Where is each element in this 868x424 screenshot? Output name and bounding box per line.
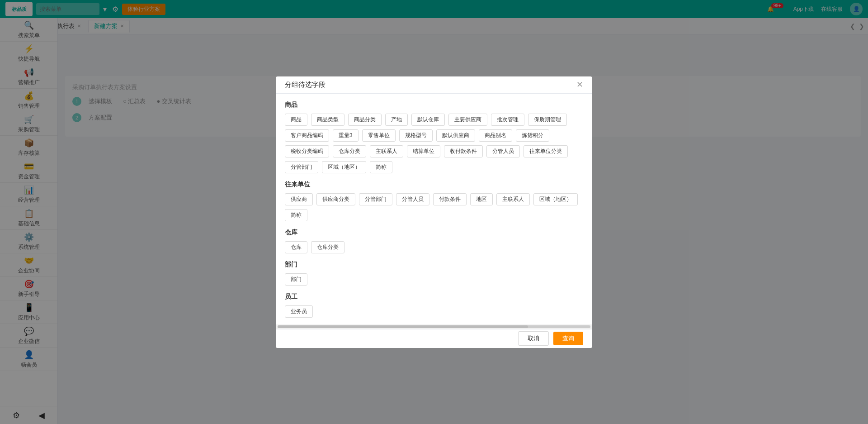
field-points[interactable]: 炼货积分 [516,129,549,142]
field-counterpart-cat[interactable]: 往来单位分类 [524,145,568,157]
cancel-button[interactable]: 取消 [518,331,549,346]
field-supplier[interactable]: 供应商 [285,193,313,205]
field-contact[interactable]: 主联系人 [496,193,530,205]
field-origin[interactable]: 产地 [385,114,408,126]
field-area[interactable]: 地区 [470,193,493,205]
field-abbr2[interactable]: 简称 [285,209,307,221]
section-warehouse-title: 仓库 [285,229,583,237]
field-selection-modal: 分组待选字段 ✕ 商品 商品 商品类型 商品分类 产地 默认仓库 主要供应商 批… [276,76,592,348]
employee-fields: 业务员 [285,305,583,318]
field-retail-unit[interactable]: 零售单位 [362,129,396,142]
department-fields: 部门 [285,273,583,286]
field-default-supplier[interactable]: 默认供应商 [436,129,475,142]
section-employee-title: 员工 [285,293,583,301]
field-wh-cat[interactable]: 仓库分类 [311,241,344,253]
field-manager[interactable]: 分管人员 [486,145,520,157]
section-warehouse: 仓库 仓库 仓库分类 [285,229,583,253]
modal-title: 分组待选字段 [285,81,326,89]
field-weight3[interactable]: 重量3 [333,129,359,142]
field-quality-mgmt[interactable]: 保质期管理 [528,114,567,126]
section-department-title: 部门 [285,261,583,269]
field-product-type[interactable]: 商品类型 [311,114,344,126]
field-region[interactable]: 区域（地区） [322,161,366,173]
modal-close-button[interactable]: ✕ [576,80,583,90]
field-pay-term[interactable]: 付款条件 [433,193,467,205]
field-staff[interactable]: 分管人员 [396,193,429,205]
field-region2[interactable]: 区域（地区） [533,193,578,205]
field-wh[interactable]: 仓库 [285,241,307,253]
confirm-button[interactable]: 查询 [553,332,583,345]
field-product-category[interactable]: 商品分类 [348,114,382,126]
section-product: 商品 商品 商品类型 商品分类 产地 默认仓库 主要供应商 批次管理 保质期管理… [285,101,583,173]
field-dept[interactable]: 分管部门 [359,193,392,205]
field-customer-code[interactable]: 客户商品编码 [285,129,329,142]
field-main-contact[interactable]: 主联系人 [370,145,403,157]
field-product-alias[interactable]: 商品别名 [479,129,512,142]
modal-header: 分组待选字段 ✕ [276,76,592,94]
field-salesperson[interactable]: 业务员 [285,305,313,318]
field-main-supplier[interactable]: 主要供应商 [448,114,487,126]
field-batch-mgmt[interactable]: 批次管理 [491,114,524,126]
field-wh-category[interactable]: 仓库分类 [333,145,366,157]
product-fields: 商品 商品类型 商品分类 产地 默认仓库 主要供应商 批次管理 保质期管理 客户… [285,114,583,173]
section-department: 部门 部门 [285,261,583,286]
field-dept-in-charge[interactable]: 分管部门 [285,161,318,173]
section-counterpart: 往来单位 供应商 供应商分类 分管部门 分管人员 付款条件 地区 主联系人 区域… [285,181,583,221]
counterpart-fields: 供应商 供应商分类 分管部门 分管人员 付款条件 地区 主联系人 区域（地区） … [285,193,583,221]
modal-body[interactable]: 商品 商品 商品类型 商品分类 产地 默认仓库 主要供应商 批次管理 保质期管理… [276,94,592,324]
warehouse-fields: 仓库 仓库分类 [285,241,583,253]
field-default-warehouse[interactable]: 默认仓库 [411,114,445,126]
field-abbr[interactable]: 简称 [370,161,392,173]
field-tax-code[interactable]: 税收分类编码 [285,145,329,157]
field-supplier-cat[interactable]: 供应商分类 [316,193,355,205]
field-spec[interactable]: 规格型号 [399,129,433,142]
section-employee: 员工 业务员 [285,293,583,318]
field-department[interactable]: 部门 [285,273,307,286]
section-product-title: 商品 [285,101,583,109]
section-counterpart-title: 往来单位 [285,181,583,189]
modal-overlay: 分组待选字段 ✕ 商品 商品 商品类型 商品分类 产地 默认仓库 主要供应商 批… [0,0,868,424]
field-settlement-unit[interactable]: 结算单位 [407,145,440,157]
field-product[interactable]: 商品 [285,114,307,126]
field-payment-term[interactable]: 收付款条件 [444,145,483,157]
modal-horizontal-scrollbar[interactable] [276,324,592,329]
modal-footer: 取消 查询 [276,329,592,348]
